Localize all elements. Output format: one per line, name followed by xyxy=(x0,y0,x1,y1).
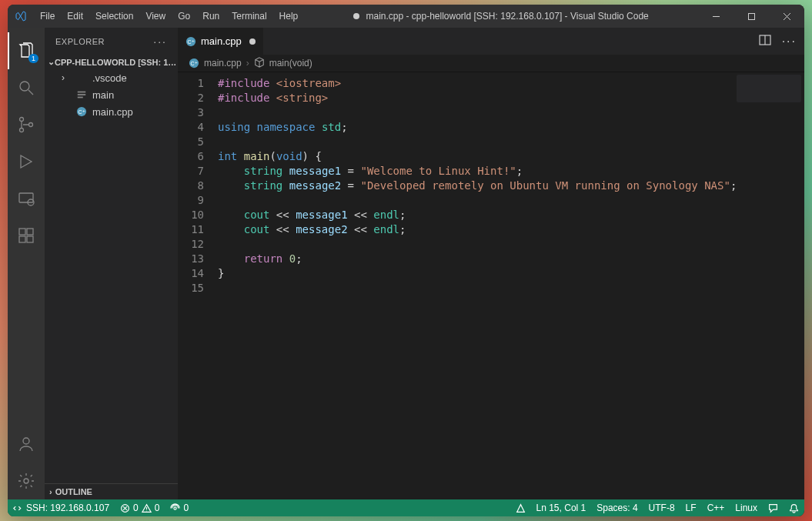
vscode-window: FileEditSelectionViewGoRunTerminalHelp m… xyxy=(8,5,804,516)
cpp-file-icon: C⁺ xyxy=(185,36,196,47)
minimap[interactable] xyxy=(737,75,801,102)
menu-help[interactable]: Help xyxy=(273,5,305,28)
sidebar-title: EXPLORER xyxy=(55,37,105,46)
menu-view[interactable]: View xyxy=(139,5,172,28)
svg-point-6 xyxy=(20,118,24,122)
menu-edit[interactable]: Edit xyxy=(61,5,89,28)
tree-item-main[interactable]: main xyxy=(49,86,178,103)
chevron-right-icon: › xyxy=(246,58,249,68)
activity-explorer[interactable]: 1 xyxy=(8,32,45,69)
window-controls xyxy=(698,5,804,28)
svg-rect-12 xyxy=(27,229,33,235)
activity-bar: 1 xyxy=(8,28,45,499)
sidebar-title-row: EXPLORER ··· xyxy=(45,28,178,55)
menu-bar: FileEditSelectionViewGoRunTerminalHelp xyxy=(34,5,304,28)
menu-selection[interactable]: Selection xyxy=(89,5,139,28)
svg-text:C⁺: C⁺ xyxy=(78,109,85,115)
svg-point-33 xyxy=(174,506,176,509)
svg-text:C⁺: C⁺ xyxy=(190,61,197,66)
status-indentation[interactable]: Spaces: 4 xyxy=(591,499,643,516)
status-encoding[interactable]: UTF-8 xyxy=(643,499,680,516)
menu-go[interactable]: Go xyxy=(172,5,196,28)
editor-body[interactable]: 123456789101112131415 #include <iostream… xyxy=(178,72,804,499)
close-button[interactable] xyxy=(769,5,804,28)
svg-rect-18 xyxy=(78,94,86,95)
chevron-right-icon: › xyxy=(62,72,71,83)
explorer-badge: 1 xyxy=(28,54,38,63)
menu-terminal[interactable]: Terminal xyxy=(226,5,272,28)
file-tree: ›.vscodemainC⁺main.cpp xyxy=(45,69,178,120)
svg-point-16 xyxy=(24,479,28,483)
outline-label: OUTLINE xyxy=(55,487,92,496)
tree-item--vscode[interactable]: ›.vscode xyxy=(49,69,178,86)
split-editor-icon[interactable] xyxy=(759,34,771,49)
sidebar-more-icon[interactable]: ··· xyxy=(153,38,167,45)
status-warnings-count: 0 xyxy=(155,503,160,513)
tree-root-label: CPP-HELLOWORLD [SSH: 1… xyxy=(55,58,176,67)
status-bar: SSH: 192.168.0.107 0 0 0 Ln 15, Col 1 Sp… xyxy=(8,499,804,516)
status-os[interactable]: Linux xyxy=(730,499,763,516)
svg-point-7 xyxy=(20,129,24,132)
activity-settings[interactable] xyxy=(8,463,45,499)
tree-item-label: .vscode xyxy=(92,72,127,84)
breadcrumbs[interactable]: C⁺ main.cpp › main(void) xyxy=(178,55,804,72)
title-bar[interactable]: FileEditSelectionViewGoRunTerminalHelp m… xyxy=(8,5,804,28)
svg-point-15 xyxy=(23,438,29,444)
editor-more-icon[interactable]: ··· xyxy=(782,35,797,48)
svg-rect-9 xyxy=(19,193,33,202)
outline-section[interactable]: › OUTLINE xyxy=(45,483,178,499)
sidebar-explorer: EXPLORER ··· ⌄ CPP-HELLOWORLD [SSH: 1… ›… xyxy=(45,28,178,499)
chevron-right-icon: › xyxy=(49,487,52,496)
status-notifications-icon[interactable] xyxy=(784,499,804,516)
editor-tab-main-cpp[interactable]: C⁺ main.cpp xyxy=(178,28,264,55)
status-remote-label: SSH: 192.168.0.107 xyxy=(26,503,109,513)
status-ports[interactable]: 0 xyxy=(165,499,194,516)
svg-rect-19 xyxy=(78,97,83,99)
breadcrumb-file: main.cpp xyxy=(204,58,242,68)
code-content[interactable]: #include <iostream>#include <string>usin… xyxy=(215,72,804,499)
tree-root-header[interactable]: ⌄ CPP-HELLOWORLD [SSH: 1… xyxy=(45,55,178,69)
svg-rect-1 xyxy=(748,13,754,19)
menu-run[interactable]: Run xyxy=(196,5,226,28)
status-eol[interactable]: LF xyxy=(680,499,702,516)
svg-point-8 xyxy=(29,123,33,127)
dirty-indicator-icon xyxy=(353,13,359,19)
line-number-gutter: 123456789101112131415 xyxy=(178,72,215,499)
minimize-button[interactable] xyxy=(698,5,733,28)
svg-line-5 xyxy=(28,90,33,95)
svg-rect-13 xyxy=(19,236,25,242)
menu-file[interactable]: File xyxy=(34,5,61,28)
status-feedback-icon[interactable] xyxy=(763,499,784,516)
tree-item-label: main xyxy=(92,89,114,101)
status-errors-count: 0 xyxy=(133,503,139,513)
editor-tab-bar: C⁺ main.cpp ··· xyxy=(178,28,804,55)
activity-extensions[interactable] xyxy=(8,217,45,254)
activity-accounts[interactable] xyxy=(8,426,45,463)
status-cursor[interactable]: Ln 15, Col 1 xyxy=(531,499,592,516)
tree-item-main-cpp[interactable]: C⁺main.cpp xyxy=(49,103,178,120)
maximize-button[interactable] xyxy=(733,5,769,28)
svg-rect-14 xyxy=(27,236,33,242)
cpp-file-icon: C⁺ xyxy=(75,106,88,117)
svg-text:C⁺: C⁺ xyxy=(187,38,194,44)
status-remote[interactable]: SSH: 192.168.0.107 xyxy=(8,499,115,516)
editor-area: C⁺ main.cpp ··· C⁺ main.cpp › main(void)… xyxy=(178,28,804,499)
cpp-file-icon: C⁺ xyxy=(189,58,199,68)
activity-remote-explorer[interactable] xyxy=(8,180,45,217)
status-problems[interactable]: 0 0 xyxy=(115,499,165,516)
svg-rect-11 xyxy=(19,229,25,235)
activity-run-debug[interactable] xyxy=(8,143,45,180)
breadcrumb-symbol: main(void) xyxy=(269,58,312,68)
chevron-down-icon: ⌄ xyxy=(48,57,55,67)
tree-item-label: main.cpp xyxy=(92,106,133,118)
symbol-method-icon xyxy=(254,57,265,70)
tab-dirty-icon xyxy=(249,38,256,45)
activity-search[interactable] xyxy=(8,69,45,106)
binary-file-icon xyxy=(75,89,88,100)
tab-label: main.cpp xyxy=(201,35,242,47)
activity-source-control[interactable] xyxy=(8,106,45,143)
status-cmake-icon[interactable] xyxy=(510,499,531,516)
svg-point-4 xyxy=(20,82,29,91)
window-title: main.cpp - cpp-helloworld [SSH: 192.168.… xyxy=(304,11,698,22)
status-language[interactable]: C++ xyxy=(702,499,730,516)
